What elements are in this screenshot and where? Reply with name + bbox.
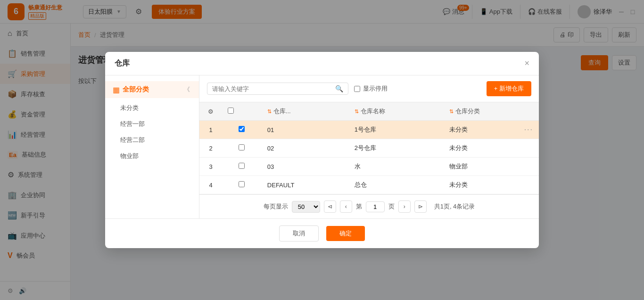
td-category: 未分类 [444,139,539,158]
page-label: 第 [356,202,362,211]
td-index: 2 [199,139,222,158]
per-page-label: 每页显示 [264,202,288,211]
category-header[interactable]: ▦ 全部分类 《 [105,81,199,98]
page-number-input[interactable] [366,201,385,212]
warehouse-modal: 仓库 × ▦ 全部分类 《 未分类 经营一部 经营二部 物业部 [105,52,539,248]
right-panel: 🔍 显示停用 + 新增仓库 ⚙ [199,75,539,218]
td-checkbox[interactable] [222,176,262,194]
category-item-unclassified[interactable]: 未分类 [105,100,199,116]
search-input[interactable] [212,85,332,92]
modal-title: 仓库 [115,58,130,68]
td-category: 物业部 [444,158,539,176]
td-index: 1 [199,121,222,139]
modal-body: ▦ 全部分类 《 未分类 经营一部 经营二部 物业部 🔍 [105,75,539,218]
search-bar: 🔍 显示停用 + 新增仓库 [199,75,539,102]
category-item-ops1[interactable]: 经营一部 [105,116,199,132]
td-category: 未分类··· [444,121,539,139]
category-panel: ▦ 全部分类 《 未分类 经营一部 经营二部 物业部 [105,75,199,218]
total-info: 共1页, 4条记录 [434,202,475,211]
per-page-select[interactable]: 50 100 200 [292,201,320,213]
category-item-property[interactable]: 物业部 [105,148,199,164]
td-checkbox[interactable] [222,139,262,158]
modal-overlay: 仓库 × ▦ 全部分类 《 未分类 经营一部 经营二部 物业部 [0,0,644,300]
td-index: 4 [199,176,222,194]
td-name: 2号仓库 [349,139,444,158]
row-actions-button[interactable]: ··· [524,125,533,134]
confirm-button[interactable]: 确定 [326,226,365,241]
category-list: 未分类 经营一部 经营二部 物业部 [105,98,199,166]
table-row[interactable]: 1 01 1号仓库 未分类··· [199,121,539,139]
td-name: 1号仓库 [349,121,444,139]
sort-code-icon: ⇅ [267,108,272,114]
sort-name-icon: ⇅ [355,108,359,114]
cancel-button[interactable]: 取消 [279,225,319,242]
search-icon: 🔍 [335,85,343,92]
show-disabled-label: 显示停用 [363,84,388,93]
td-code: 01 [262,121,349,139]
row-checkbox[interactable] [239,163,245,169]
th-name[interactable]: ⇅仓库名称 [349,102,444,121]
modal-footer: 取消 确定 [105,218,539,248]
row-checkbox[interactable] [239,144,245,150]
grid-icon: ▦ [113,85,120,94]
last-page-button[interactable]: ⊳ [414,200,427,213]
prev-page-button[interactable]: ‹ [340,200,352,213]
td-checkbox[interactable] [222,121,262,139]
search-input-wrap[interactable]: 🔍 [207,83,348,95]
show-disabled-checkbox[interactable] [354,86,360,92]
td-code: DEFAULT [262,176,349,194]
first-page-button[interactable]: ⊲ [324,200,336,213]
table-row[interactable]: 4 DEFAULT 总仓 未分类 [199,176,539,194]
td-name: 总仓 [349,176,444,194]
gear-column-icon: ⚙ [208,108,214,115]
modal-header: 仓库 × [105,52,539,75]
td-index: 3 [199,158,222,176]
category-header-label: 全部分类 [123,85,149,94]
collapse-button[interactable]: 《 [182,85,191,94]
table-row[interactable]: 2 02 2号仓库 未分类 [199,139,539,158]
sort-category-icon: ⇅ [449,108,454,114]
th-checkbox [222,102,262,121]
pagination: 每页显示 50 100 200 ⊲ ‹ 第 页 › ⊳ 共1页, 4条记录 [199,194,539,218]
select-all-checkbox[interactable] [228,108,234,114]
td-code: 02 [262,139,349,158]
th-category[interactable]: ⇅仓库分类 [444,102,539,121]
table-row[interactable]: 3 03 水 物业部 [199,158,539,176]
category-item-ops2[interactable]: 经营二部 [105,132,199,148]
page-suffix: 页 [388,202,395,211]
table-wrap: ⚙ ⇅仓库... ⇅仓库名称 ⇅仓库分类 1 01 1号仓库 未分类··· 2 … [199,102,539,194]
row-checkbox[interactable] [239,181,245,187]
td-category: 未分类 [444,176,539,194]
modal-close-button[interactable]: × [524,58,529,68]
th-gear[interactable]: ⚙ [199,102,222,121]
row-checkbox[interactable] [239,126,245,132]
th-code[interactable]: ⇅仓库... [262,102,349,121]
show-disabled-checkbox-label[interactable]: 显示停用 [354,84,388,93]
new-warehouse-button[interactable]: + 新增仓库 [487,81,531,96]
td-code: 03 [262,158,349,176]
td-name: 水 [349,158,444,176]
table-header-row: ⚙ ⇅仓库... ⇅仓库名称 ⇅仓库分类 [199,102,539,121]
next-page-button[interactable]: › [398,200,411,213]
td-checkbox[interactable] [222,158,262,176]
warehouse-table: ⚙ ⇅仓库... ⇅仓库名称 ⇅仓库分类 1 01 1号仓库 未分类··· 2 … [199,102,539,194]
